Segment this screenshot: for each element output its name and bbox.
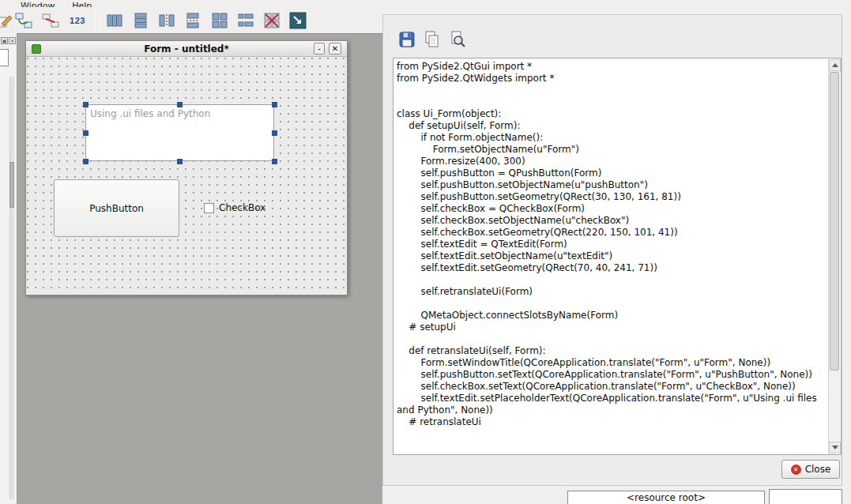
- code-preview-dialog: from PySide2.QtGui import * from PySide2…: [382, 14, 842, 486]
- save-icon[interactable]: [397, 29, 417, 50]
- selection-handle[interactable]: [83, 159, 88, 164]
- selection-handle[interactable]: [272, 102, 277, 107]
- checkbox-widget[interactable]: CheckBox: [204, 202, 265, 213]
- left-scrollbar-track[interactable]: [9, 77, 14, 499]
- minimize-button[interactable]: -: [314, 43, 325, 55]
- edit-signals-slots-icon[interactable]: [13, 9, 35, 32]
- resource-side-panel: [769, 489, 842, 504]
- close-button-label: Close: [805, 464, 831, 475]
- resource-root-item[interactable]: <resource root>: [567, 491, 765, 504]
- toolbar-separator: [282, 11, 283, 30]
- resource-browser-panel: <resource root>: [382, 486, 842, 504]
- menubar: Window Help: [0, 0, 851, 7]
- break-layout-icon[interactable]: [261, 9, 283, 32]
- code-text: from PySide2.QtGui import * from PySide2…: [397, 61, 827, 453]
- toolbar-separator: [95, 11, 96, 30]
- adjust-size-icon[interactable]: [287, 9, 309, 32]
- checkbox-indicator[interactable]: [204, 203, 214, 213]
- layout-horizontal-splitter-icon[interactable]: [156, 9, 178, 32]
- layout-horizontally-icon[interactable]: [104, 9, 126, 32]
- find-icon[interactable]: [447, 29, 468, 50]
- checkbox-label: CheckBox: [219, 202, 265, 213]
- left-scrollbar-thumb[interactable]: [9, 162, 14, 208]
- close-x-icon: ✕: [791, 465, 801, 475]
- code-view[interactable]: from PySide2.QtGui import * from PySide2…: [393, 58, 842, 455]
- selection-handle[interactable]: [272, 159, 277, 164]
- pushbutton-widget[interactable]: PushButton: [54, 179, 179, 237]
- selection-handle[interactable]: [177, 102, 183, 107]
- selection-handle[interactable]: [83, 102, 88, 107]
- edit-buddies-icon[interactable]: [40, 9, 62, 32]
- menu-help[interactable]: Help: [72, 1, 92, 7]
- layout-form-icon[interactable]: [235, 9, 257, 32]
- layout-vertically-icon[interactable]: [130, 9, 152, 32]
- close-button[interactable]: ✕: [329, 43, 341, 55]
- textedit-widget[interactable]: Using .ui files and Python: [85, 104, 274, 161]
- form-window[interactable]: Form - untitled* - ✕ Using .ui files and…: [25, 40, 348, 295]
- widget-filter-input[interactable]: [0, 49, 9, 66]
- selection-handle[interactable]: [83, 130, 88, 136]
- scroll-up-icon[interactable]: [829, 59, 841, 71]
- form-window-title: Form - untitled*: [26, 43, 347, 55]
- scroll-down-icon[interactable]: [829, 442, 841, 453]
- layout-grid-icon[interactable]: [209, 9, 231, 32]
- dock-close-icon[interactable]: ✕: [9, 37, 16, 44]
- copy-icon[interactable]: [422, 29, 442, 50]
- resource-root-label: <resource root>: [627, 492, 706, 504]
- mdi-workspace: Form - untitled* - ✕ Using .ui files and…: [17, 33, 382, 504]
- widget-box-panel-edge: ▣ ✕: [0, 33, 17, 504]
- main-toolbar: 123: [0, 8, 379, 33]
- right-margin: [842, 0, 851, 504]
- layout-vertical-splitter-icon[interactable]: [182, 9, 204, 32]
- selection-handle[interactable]: [272, 130, 277, 136]
- scrollbar-thumb[interactable]: [830, 72, 839, 370]
- form-canvas[interactable]: Using .ui files and Python PushButton Ch…: [26, 57, 347, 295]
- edit-tab-order-icon[interactable]: 123: [66, 9, 88, 32]
- close-dialog-button[interactable]: ✕ Close: [781, 460, 840, 479]
- form-window-titlebar[interactable]: Form - untitled* - ✕: [26, 41, 347, 57]
- code-vertical-scrollbar[interactable]: [828, 59, 840, 453]
- dock-float-icon[interactable]: ▣: [1, 37, 8, 44]
- textedit-placeholder: Using .ui files and Python: [90, 108, 210, 119]
- menu-window[interactable]: Window: [21, 1, 55, 7]
- qt-designer-screen: Window Help 123: [0, 0, 851, 504]
- selection-handle[interactable]: [177, 159, 183, 164]
